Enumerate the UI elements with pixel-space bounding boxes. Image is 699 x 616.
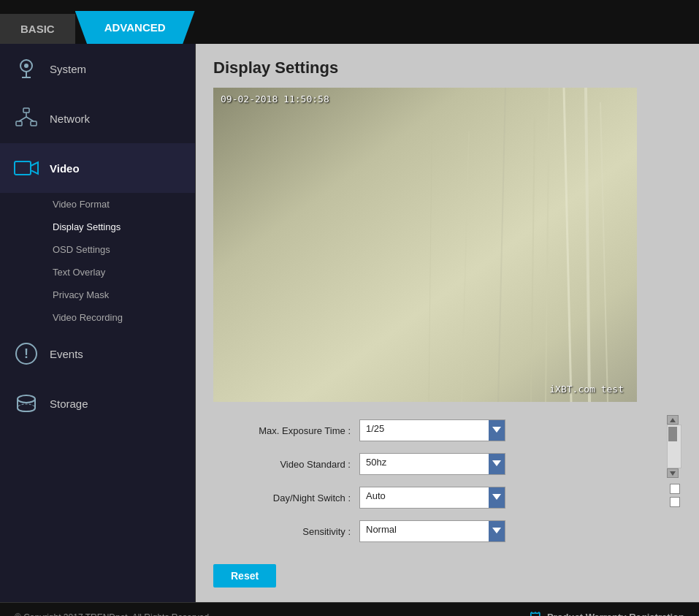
content-area: System Network [0,44,699,602]
svg-marker-26 [492,460,501,466]
sidebar-subitem-text-overlay[interactable]: Text Overlay [44,261,195,284]
label-exposure: Max. Exposure Time : [213,425,359,436]
page-title: Display Settings [213,58,681,77]
footer: © Copyright 2017 TRENDnet. All Rights Re… [0,602,699,616]
system-label: System [50,63,86,75]
select-daynight[interactable]: Auto [359,487,505,509]
svg-marker-29 [670,418,676,422]
sidebar-subitem-display-settings[interactable]: Display Settings [44,216,195,238]
footer-warranty[interactable]: 🛡 Product Warranty Registration [530,611,684,617]
button-area: Reset [213,557,681,588]
video-icon [12,153,41,183]
svg-rect-5 [16,121,22,126]
scrollbar-thumb[interactable] [668,427,677,441]
form-row-exposure: Max. Exposure Time : 1/25 [213,415,662,446]
scroll-down[interactable] [667,468,679,478]
camera-preview: 09-02-2018 11:50:58 iXBT.com test [213,88,637,402]
scrollbar-track[interactable] [667,425,681,468]
form-row-daynight: Day/Night Switch : Auto [213,482,662,513]
svg-rect-16 [213,88,637,402]
storage-icon [12,389,41,418]
svg-marker-25 [492,427,501,433]
svg-rect-4 [23,108,29,113]
network-label: Network [50,113,90,125]
form-area: Max. Exposure Time : 1/25 Video Standard… [213,415,681,550]
svg-rect-10 [15,161,31,175]
tab-basic[interactable]: BASIC [0,14,75,44]
svg-marker-11 [31,162,38,174]
svg-point-15 [18,404,35,411]
events-icon: ! [12,339,41,368]
sidebar-item-network[interactable]: Network [0,94,195,143]
svg-rect-6 [31,121,37,126]
events-label: Events [50,348,83,360]
camera-brand-overlay: iXBT.com test [549,384,624,395]
value-daynight: Auto [360,487,489,508]
sidebar-subitem-video-format[interactable]: Video Format [44,193,195,216]
tab-advanced[interactable]: ADVANCED [75,11,195,44]
video-label: Video [50,162,80,175]
camera-time-overlay: 09-02-2018 11:50:58 [221,94,329,104]
label-standard: Video Standard : [213,459,359,470]
form-row-standard: Video Standard : 50hz [213,449,662,479]
svg-marker-30 [670,471,676,476]
checkbox-2[interactable] [670,497,680,507]
network-icon [12,104,41,133]
system-icon [12,54,41,83]
form-row-sensitivity: Sensitivity : Normal [213,516,662,547]
video-submenu: Video Format Display Settings OSD Settin… [0,193,195,329]
main-panel: Display Settings [196,44,699,602]
warranty-label: Product Warranty Registration [547,612,684,616]
sidebar-item-events[interactable]: ! Events [0,329,195,379]
footer-copyright: © Copyright 2017 TRENDnet. All Rights Re… [15,612,211,617]
arrow-exposure[interactable] [489,420,505,441]
select-standard[interactable]: 50hz [359,453,505,475]
value-exposure: 1/25 [360,420,489,441]
svg-point-14 [18,395,35,403]
sidebar-item-system[interactable]: System [0,44,195,94]
value-sensitivity: Normal [360,521,489,541]
arrow-daynight[interactable] [489,487,505,508]
reset-button[interactable]: Reset [213,564,276,588]
svg-line-8 [19,117,26,121]
select-sensitivity[interactable]: Normal [359,520,505,542]
sidebar-subitem-osd-settings[interactable]: OSD Settings [44,238,195,261]
sidebar-subitem-video-recording[interactable]: Video Recording [44,306,195,329]
storage-label: Storage [50,398,88,410]
form-fields: Max. Exposure Time : 1/25 Video Standard… [213,415,662,550]
label-sensitivity: Sensitivity : [213,526,359,537]
label-daynight: Day/Night Switch : [213,493,359,503]
sidebar-item-video[interactable]: Video [0,143,195,193]
value-standard: 50hz [360,454,489,474]
scroll-up[interactable] [667,415,679,425]
sidebar-item-storage[interactable]: Storage [0,379,195,428]
svg-marker-28 [492,528,501,533]
select-exposure[interactable]: 1/25 [359,419,505,441]
top-navigation: BASIC ADVANCED [0,0,699,44]
arrow-standard[interactable] [489,454,505,474]
shield-icon: 🛡 [530,611,541,617]
svg-text:!: ! [24,346,28,361]
sidebar-subitem-privacy-mask[interactable]: Privacy Mask [44,284,195,306]
sidebar: System Network [0,44,196,602]
checkbox-1[interactable] [670,484,680,494]
svg-line-9 [26,117,34,121]
svg-point-1 [24,64,28,68]
checkbox-area [667,481,681,510]
svg-marker-27 [492,494,501,500]
scrollbar[interactable] [667,415,681,510]
arrow-sensitivity[interactable] [489,521,505,541]
